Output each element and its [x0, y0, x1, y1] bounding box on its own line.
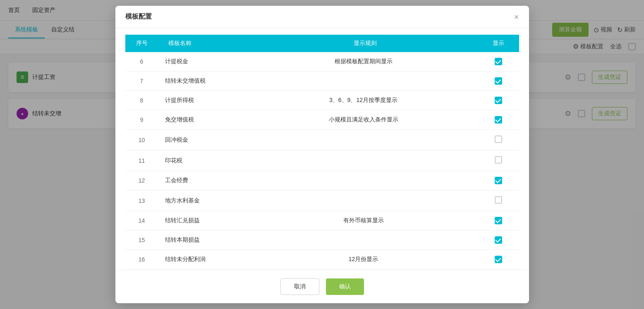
table-body: 6计提税金根据模板配置期间显示7结转未交增值税8计提所得税3、6、9、12月按季… — [125, 52, 519, 269]
cell-checkbox — [478, 52, 519, 71]
col-header-show: 显示 — [478, 35, 519, 52]
cell-checkbox — [478, 211, 519, 231]
cell-checkbox — [478, 91, 519, 110]
cell-name: 印花税 — [158, 150, 249, 171]
table-header: 序号 模板名称 显示规则 显示 — [125, 35, 519, 52]
cell-id: 11 — [125, 150, 158, 171]
cell-id: 6 — [125, 52, 158, 71]
table-row: 15结转本期损益 — [125, 231, 519, 250]
col-header-rule: 显示规则 — [249, 35, 478, 52]
checkbox-row-16[interactable] — [495, 256, 502, 263]
table-row: 12工会经费 — [125, 171, 519, 190]
table-row: 14结转汇兑损益有外币核算显示 — [125, 211, 519, 231]
table-row: 16结转未分配利润12月份显示 — [125, 250, 519, 269]
modal-close-button[interactable]: × — [514, 13, 519, 21]
cell-checkbox — [478, 130, 519, 150]
cell-name: 结转未分配利润 — [158, 250, 249, 269]
config-table: 序号 模板名称 显示规则 显示 6计提税金根据模板配置期间显示7结转未交增值税8… — [125, 35, 519, 269]
table-row: 10回冲税金 — [125, 130, 519, 150]
modal-template-config: 模板配置 × 序号 模板名称 显示规则 显示 6计提税金根据模板配置期间显示7结… — [115, 6, 529, 303]
checkbox-row-11[interactable] — [495, 156, 502, 164]
cell-name: 结转未交增值税 — [158, 71, 249, 91]
col-header-name: 模板名称 — [158, 35, 249, 52]
cell-rule — [249, 130, 478, 150]
cell-checkbox — [478, 231, 519, 250]
checkbox-row-6[interactable] — [495, 58, 502, 65]
cell-name: 结转汇兑损益 — [158, 211, 249, 231]
cell-checkbox — [478, 150, 519, 171]
cell-rule: 根据模板配置期间显示 — [249, 52, 478, 71]
col-header-id: 序号 — [125, 35, 158, 52]
cell-checkbox — [478, 110, 519, 130]
cell-rule — [249, 231, 478, 250]
cancel-button[interactable]: 取消 — [280, 278, 319, 295]
checkbox-row-15[interactable] — [495, 236, 502, 244]
checkbox-row-7[interactable] — [495, 77, 502, 85]
cell-id: 13 — [125, 190, 158, 211]
cell-id: 12 — [125, 171, 158, 190]
cell-name: 计提税金 — [158, 52, 249, 71]
table-row: 6计提税金根据模板配置期间显示 — [125, 52, 519, 71]
cell-id: 10 — [125, 130, 158, 150]
confirm-button[interactable]: 确认 — [326, 278, 364, 295]
cell-rule: 小规模且满足收入条件显示 — [249, 110, 478, 130]
checkbox-row-10[interactable] — [495, 135, 502, 143]
modal-overlay: 模板配置 × 序号 模板名称 显示规则 显示 6计提税金根据模板配置期间显示7结… — [0, 0, 644, 309]
cell-name: 结转本期损益 — [158, 231, 249, 250]
table-row: 7结转未交增值税 — [125, 71, 519, 91]
cell-id: 9 — [125, 110, 158, 130]
modal-footer: 取消 确认 — [115, 270, 529, 303]
table-row: 9免交增值税小规模且满足收入条件显示 — [125, 110, 519, 130]
cell-rule — [249, 190, 478, 211]
cell-rule: 有外币核算显示 — [249, 211, 478, 231]
table-row: 8计提所得税3、6、9、12月按季度显示 — [125, 91, 519, 110]
modal-title: 模板配置 — [125, 12, 152, 21]
cell-id: 15 — [125, 231, 158, 250]
cell-id: 16 — [125, 250, 158, 269]
cell-checkbox — [478, 190, 519, 211]
cell-rule — [249, 171, 478, 190]
table-row: 13地方水利基金 — [125, 190, 519, 211]
checkbox-row-9[interactable] — [495, 116, 502, 124]
table-row: 11印花税 — [125, 150, 519, 171]
checkbox-row-8[interactable] — [495, 97, 502, 104]
cell-checkbox — [478, 71, 519, 91]
cell-name: 地方水利基金 — [158, 190, 249, 211]
cell-name: 工会经费 — [158, 171, 249, 190]
checkbox-row-12[interactable] — [495, 177, 502, 184]
cell-rule: 12月份显示 — [249, 250, 478, 269]
cell-checkbox — [478, 250, 519, 269]
cell-id: 7 — [125, 71, 158, 91]
cell-rule: 3、6、9、12月按季度显示 — [249, 91, 478, 110]
cell-id: 14 — [125, 211, 158, 231]
modal-body: 序号 模板名称 显示规则 显示 6计提税金根据模板配置期间显示7结转未交增值税8… — [115, 28, 529, 270]
cell-checkbox — [478, 171, 519, 190]
cell-name: 计提所得税 — [158, 91, 249, 110]
checkbox-row-14[interactable] — [495, 217, 502, 224]
cell-id: 8 — [125, 91, 158, 110]
checkbox-row-13[interactable] — [495, 196, 502, 204]
cell-name: 免交增值税 — [158, 110, 249, 130]
cell-rule — [249, 71, 478, 91]
cell-rule — [249, 150, 478, 171]
cell-name: 回冲税金 — [158, 130, 249, 150]
modal-header: 模板配置 × — [115, 6, 529, 28]
